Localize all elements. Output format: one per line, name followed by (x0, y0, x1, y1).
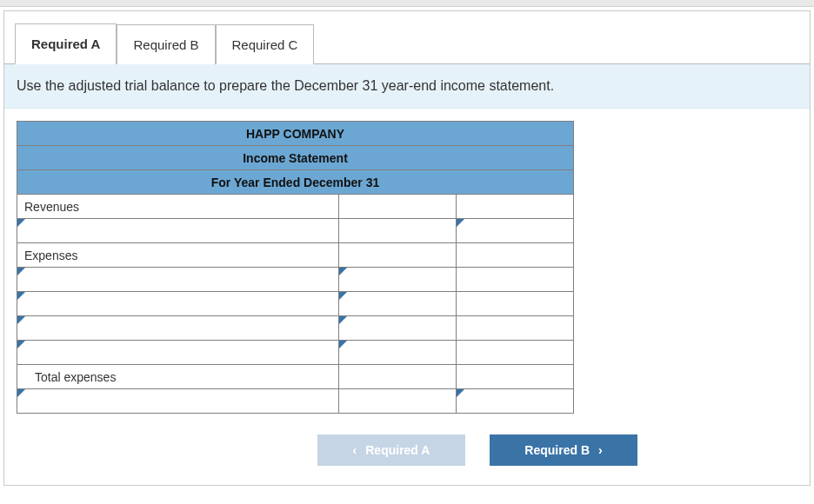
empty-cell (457, 292, 574, 316)
dropdown-indicator-icon (339, 316, 347, 324)
expense-amount-input[interactable] (339, 316, 457, 341)
row-revenue-item-1 (17, 219, 574, 243)
dropdown-indicator-icon (17, 316, 25, 324)
expense-account-input[interactable] (17, 341, 339, 365)
header-period: For Year Ended December 31 (17, 170, 574, 195)
chevron-right-icon: › (598, 443, 603, 457)
next-button-label: Required B (524, 443, 590, 457)
prev-button: ‹ Required A (317, 434, 465, 466)
question-panel: Required A Required B Required C Use the… (3, 10, 811, 486)
nav-button-row: ‹ Required A Required B › (317, 434, 797, 466)
expense-amount-input[interactable] (339, 268, 457, 292)
top-toolbar-strip (0, 0, 814, 7)
header-company: HAPP COMPANY (17, 122, 574, 146)
dropdown-indicator-icon (17, 341, 25, 348)
net-result-amount-input[interactable] (457, 389, 574, 414)
row-expense-item-2 (17, 292, 574, 316)
expense-account-input[interactable] (17, 292, 339, 316)
total-expenses-subtotal (339, 365, 457, 389)
row-expense-item-4 (17, 341, 574, 365)
revenues-label: Revenues (17, 195, 339, 219)
empty-cell (457, 195, 574, 219)
total-expenses-label: Total expenses (17, 365, 339, 389)
empty-cell (339, 243, 457, 268)
row-total-expenses: Total expenses (17, 365, 574, 389)
income-statement-table: HAPP COMPANY Income Statement For Year E… (17, 121, 574, 414)
tab-required-a[interactable]: Required A (15, 23, 117, 64)
instruction-text: Use the adjusted trial balance to prepar… (4, 64, 810, 109)
revenue-amount-input[interactable] (457, 219, 574, 243)
row-net-income (17, 389, 574, 414)
tab-required-c[interactable]: Required C (216, 24, 315, 64)
empty-cell (339, 389, 457, 414)
dropdown-indicator-icon (339, 268, 347, 275)
empty-cell (457, 316, 574, 341)
empty-cell (457, 341, 574, 365)
row-expense-item-1 (17, 268, 574, 292)
next-button[interactable]: Required B › (490, 434, 637, 466)
dropdown-indicator-icon (457, 219, 464, 227)
row-expenses-label: Expenses (17, 243, 574, 268)
chevron-left-icon: ‹ (353, 443, 357, 457)
expense-account-input[interactable] (17, 316, 339, 341)
prev-button-label: Required A (365, 443, 430, 457)
dropdown-indicator-icon (339, 292, 347, 300)
revenue-account-input[interactable] (17, 219, 339, 243)
empty-cell (339, 219, 457, 243)
row-revenues-label: Revenues (17, 195, 574, 219)
expense-amount-input[interactable] (339, 341, 457, 365)
dropdown-indicator-icon (17, 219, 25, 227)
dropdown-indicator-icon (17, 292, 25, 300)
row-expense-item-3 (17, 316, 574, 341)
empty-cell (457, 268, 574, 292)
dropdown-indicator-icon (457, 389, 464, 397)
dropdown-indicator-icon (17, 389, 25, 397)
tab-strip: Required A Required B Required C (4, 11, 810, 64)
expense-amount-input[interactable] (339, 292, 457, 316)
total-expenses-amount (457, 365, 574, 389)
expense-account-input[interactable] (17, 268, 339, 292)
dropdown-indicator-icon (339, 341, 347, 348)
empty-cell (457, 243, 574, 268)
expenses-label: Expenses (17, 243, 339, 268)
worksheet-area: HAPP COMPANY Income Statement For Year E… (4, 109, 810, 421)
dropdown-indicator-icon (17, 268, 25, 275)
tab-required-b[interactable]: Required B (117, 24, 215, 64)
net-result-label-input[interactable] (17, 389, 339, 414)
empty-cell (339, 195, 457, 219)
header-title: Income Statement (17, 146, 574, 170)
